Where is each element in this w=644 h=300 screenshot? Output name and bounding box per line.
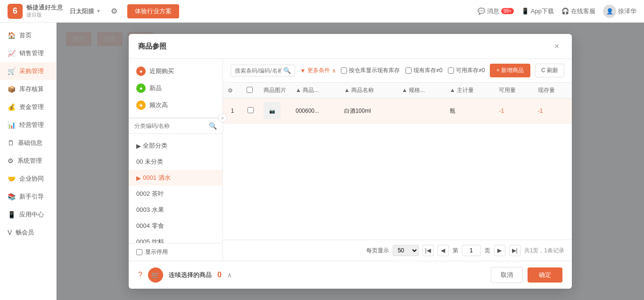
th-avail-label: 可用量 <box>499 87 516 93</box>
page-prev-button[interactable]: ◀ <box>438 245 449 256</box>
add-product-button[interactable]: + 新增商品 <box>490 64 530 77</box>
th-code[interactable]: ▲ 商品... <box>291 83 339 99</box>
inventory-icon: 📦 <box>8 85 16 93</box>
th-settings[interactable]: ⚙ <box>223 83 242 99</box>
store-arrow-icon: ▼ <box>96 8 101 14</box>
product-search-input[interactable] <box>235 67 281 74</box>
cb-warehouse-label[interactable]: 按仓库显示现有库存 <box>341 67 400 75</box>
collapse-footer-button[interactable]: ∧ <box>227 271 232 279</box>
cat-0002[interactable]: 0002 茶叶 <box>129 186 223 202</box>
brand-text: 畅捷通好生意 捷目版 <box>26 4 63 19</box>
table-row[interactable]: 1 📷 000600... 白酒100ml <box>223 99 572 124</box>
modal-close-button[interactable]: × <box>551 41 562 52</box>
sidebar-label-base: 基础信息 <box>18 139 42 147</box>
collapse-left-panel-button[interactable]: « <box>218 113 227 123</box>
page-input[interactable] <box>462 245 481 256</box>
sidebar-item-finance[interactable]: 💰 资金管理 <box>0 98 56 116</box>
cb-stock-label[interactable]: 现有库存≠0 <box>405 67 442 75</box>
sidebar-item-member[interactable]: V 畅会员 <box>0 224 56 242</box>
cat-00[interactable]: 00 未分类 <box>129 154 223 170</box>
cb-stock-ne0[interactable] <box>405 67 412 74</box>
app-download-item[interactable]: 📱 App下载 <box>521 7 554 16</box>
category-tree: ▶ 全部分类 00 未分类 ▶ 0001 酒水 0002 茶 <box>129 134 223 243</box>
page-last-button[interactable]: ▶| <box>509 245 520 256</box>
quick-nav-recent[interactable]: ● 近期购买 <box>129 63 223 80</box>
cell-avail: -1 <box>494 99 533 124</box>
cat-0005[interactable]: 0005 饮料 <box>129 234 223 243</box>
settings-button[interactable]: ⚙ <box>107 4 122 19</box>
page-first-button[interactable]: |◀ <box>422 245 434 256</box>
sidebar-item-apps[interactable]: 📱 应用中心 <box>0 206 56 224</box>
th-spec[interactable]: ▲ 规格... <box>397 83 445 99</box>
cat-0003-label: 0003 水果 <box>136 206 164 214</box>
cell-unit: 瓶 <box>445 99 495 124</box>
refresh-button[interactable]: C 刷新 <box>535 64 564 77</box>
quick-nav-freq[interactable]: ★ 频次高 <box>129 97 223 114</box>
more-filter-button[interactable]: ▼ 更多条件 ∧ <box>300 67 336 75</box>
help-icon[interactable]: ? <box>138 271 142 279</box>
sidebar-item-base[interactable]: 🗒 基础信息 <box>0 134 56 152</box>
cb-avail-ne0[interactable] <box>448 67 454 74</box>
table-header: ⚙ 商品图片 ▲ 商品... <box>223 83 572 99</box>
recent-icon: ● <box>136 67 146 76</box>
cb-avail-text: 可用库存≠0 <box>456 67 485 75</box>
operation-icon: 📊 <box>8 121 16 129</box>
cat-all[interactable]: ▶ 全部分类 <box>129 138 223 154</box>
th-name[interactable]: ▲ 商品名称 <box>339 83 397 99</box>
cb-warehouse[interactable] <box>341 67 347 74</box>
cat-0003[interactable]: 0003 水果 <box>129 202 223 218</box>
product-search-icon[interactable]: 🔍 <box>283 67 291 74</box>
nav-right: 💬 消息 99+ 📱 App下载 🎧 在线客服 👤 徐泽华 <box>478 5 636 18</box>
cell-stock: -1 <box>533 99 572 124</box>
sidebar-item-collab[interactable]: 🤝 企业协同 <box>0 170 56 188</box>
user-avatar: 👤 <box>603 5 616 18</box>
product-table-wrap: ⚙ 商品图片 ▲ 商品... <box>223 83 572 240</box>
logo-icon: 6 <box>8 4 23 19</box>
sidebar-item-sales[interactable]: 📈 销售管理 <box>0 44 56 62</box>
modal-footer: ? 🛒 连续选择的商品 0 ∧ 取消 确定 <box>129 261 572 289</box>
modal-header: 商品参照 × <box>129 34 572 59</box>
sidebar-label-member: 畅会员 <box>16 228 34 237</box>
sidebar-item-home[interactable]: 🏠 首页 <box>0 26 56 44</box>
sidebar-label-home: 首页 <box>19 31 32 40</box>
select-all-checkbox[interactable] <box>247 87 253 93</box>
page-next-button[interactable]: ▶ <box>494 245 505 256</box>
online-service-item[interactable]: 🎧 在线客服 <box>561 7 595 16</box>
category-search-icon[interactable]: 🔍 <box>209 122 217 130</box>
cb-avail-label[interactable]: 可用库存≠0 <box>448 67 485 75</box>
modal-overlay: 商品参照 × ● 近期购买 ● <box>57 23 644 300</box>
user-item[interactable]: 👤 徐泽华 <box>603 5 636 18</box>
cell-checkbox[interactable] <box>242 99 259 124</box>
trial-button[interactable]: 体验行业方案 <box>127 4 179 18</box>
sidebar-item-inventory[interactable]: 📦 库存核算 <box>0 80 56 98</box>
sidebar-item-purchase[interactable]: 🛒 采购管理 <box>0 62 56 80</box>
sidebar-item-system[interactable]: ⚙ 系统管理 <box>0 152 56 170</box>
message-item[interactable]: 💬 消息 99+ <box>478 7 514 16</box>
cancel-button[interactable]: 取消 <box>491 267 523 283</box>
page-size-select[interactable]: 10 20 50 100 <box>393 245 419 256</box>
confirm-button[interactable]: 确定 <box>528 267 562 283</box>
sidebar-label-apps: 应用中心 <box>19 210 44 219</box>
th-name-label: ▲ 商品名称 <box>344 87 374 93</box>
category-search-input[interactable] <box>134 123 206 129</box>
th-unit-label: ▲ 主计量 <box>450 87 474 93</box>
row-checkbox[interactable] <box>248 107 254 113</box>
th-unit[interactable]: ▲ 主计量 <box>445 83 495 99</box>
quick-nav: ● 近期购买 ● 新品 ★ 频次高 <box>129 59 223 118</box>
cart-icon[interactable]: 🛒 <box>148 267 163 283</box>
quick-nav-new[interactable]: ● 新品 <box>129 80 223 97</box>
sidebar-item-guide[interactable]: 📚 新手引导 <box>0 188 56 206</box>
cat-0004[interactable]: 0004 零食 <box>129 218 223 234</box>
cat-all-arrow: ▶ <box>136 142 141 150</box>
cat-0001-arrow: ▶ <box>136 175 141 182</box>
guide-icon: 📚 <box>8 193 16 200</box>
store-selector[interactable]: 日太阳膜 ▼ <box>70 7 101 16</box>
cell-name: 白酒100ml <box>339 99 397 124</box>
show-disabled-checkbox[interactable] <box>136 249 142 255</box>
th-stock-label: 现存量 <box>538 87 555 93</box>
table-body: 1 📷 000600... 白酒100ml <box>223 99 572 124</box>
sidebar-item-operation[interactable]: 📊 经营管理 <box>0 116 56 134</box>
cat-0001[interactable]: ▶ 0001 酒水 <box>129 170 223 186</box>
modal-title: 商品参照 <box>138 42 166 51</box>
brand-name: 畅捷通好生意 <box>26 4 63 12</box>
